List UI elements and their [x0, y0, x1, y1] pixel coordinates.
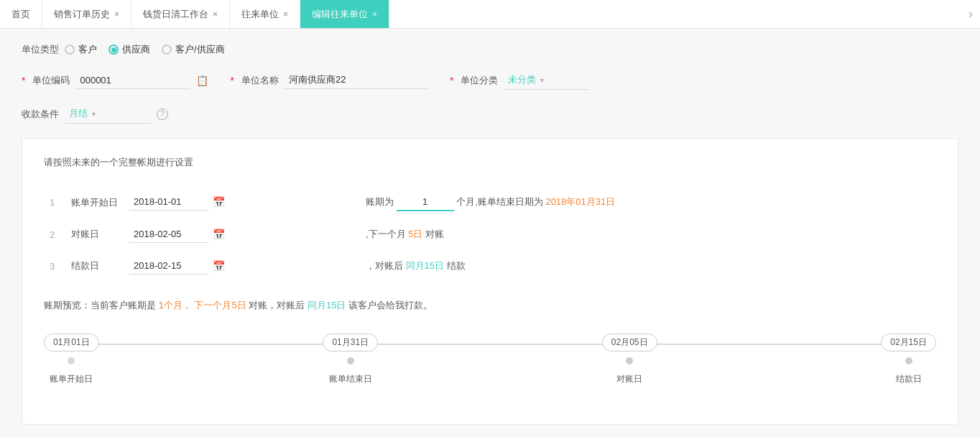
payment-terms-select[interactable]: 月结 ▾	[65, 104, 151, 124]
unit-name-label: 单位名称	[241, 74, 279, 87]
timeline-bubble-2: 02月05日	[602, 334, 657, 351]
preview-end: 该客户会给我打款。	[348, 300, 433, 310]
steps-table: 1 账单开始日 📅 账期为 个月,账单结束日期为 2018年01月31日	[44, 186, 936, 282]
tab-home[interactable]: 首页	[0, 0, 42, 28]
tabs-right-arrow[interactable]: ›	[961, 0, 980, 28]
step-1-calendar-icon[interactable]: 📅	[213, 196, 225, 208]
step-1-date-cell: 📅	[124, 186, 360, 218]
tab-sales-history-label: 销售订单历史	[54, 8, 110, 21]
payment-terms-help-icon[interactable]: ?	[157, 109, 168, 120]
step-3-calendar-icon[interactable]: 📅	[213, 260, 225, 272]
payment-terms-row: 收款条件 月结 ▾ ?	[22, 104, 958, 124]
step-3-desc: ，对账后 同月15日 结款	[360, 250, 936, 282]
tabs-bar: 首页 销售订单历史 × 钱货日清工作台 × 往来单位 × 编辑往来单位 × ›	[0, 0, 980, 29]
radio-both-circle	[162, 45, 172, 55]
unit-category-arrow-icon: ▾	[540, 76, 544, 84]
preview-part1: 1个月，	[159, 300, 192, 310]
step-2-num: 2	[44, 218, 65, 250]
payment-terms-arrow-icon: ▾	[92, 110, 96, 118]
step-1-period-end: 2018年01月31日	[545, 196, 615, 207]
tab-partner-units[interactable]: 往来单位 ×	[230, 0, 300, 28]
tab-home-label: 首页	[11, 8, 30, 21]
radio-both-label: 客户/供应商	[175, 43, 225, 56]
unit-type-field: 单位类型 客户 供应商 客户/供应商	[22, 43, 225, 56]
section-title: 请按照未来的一个完整帐期进行设置	[44, 156, 936, 169]
step-1-date-input[interactable]	[129, 193, 208, 211]
step-1-period-input[interactable]	[397, 193, 454, 211]
radio-supplier-label: 供应商	[122, 43, 150, 56]
tab-sales-history[interactable]: 销售订单历史 ×	[42, 0, 131, 28]
unit-name-field: * 单位名称	[230, 72, 427, 89]
unit-details-row: * 单位编码 📋 * 单位名称 * 单位分类 未分类 ▾	[22, 70, 958, 90]
unit-name-star: *	[230, 75, 234, 86]
tab-edit-partner[interactable]: 编辑往来单位 ×	[300, 0, 389, 28]
step-3-desc-prefix: ，对账后	[366, 260, 406, 271]
unit-type-label: 单位类型	[22, 43, 59, 56]
unit-code-input[interactable]	[75, 72, 190, 89]
radio-both[interactable]: 客户/供应商	[162, 43, 225, 56]
unit-name-input[interactable]	[285, 72, 428, 89]
step-3-num: 3	[44, 250, 65, 282]
step-1-num: 1	[44, 186, 65, 218]
radio-customer[interactable]: 客户	[65, 43, 97, 56]
unit-category-field: * 单位分类 未分类 ▾	[450, 70, 590, 90]
step-3-row: 3 结款日 📅 ，对账后 同月15日 结款	[44, 250, 936, 282]
timeline-label-1: 账单结束日	[329, 373, 372, 385]
tab-partner-units-close[interactable]: ×	[283, 10, 288, 19]
unit-code-star: *	[22, 75, 25, 86]
timeline-bubble-0: 01月01日	[44, 334, 99, 351]
preview-label: 账期预览：当前客户账期是	[44, 300, 156, 310]
step-3-desc-highlight: 同月15日	[406, 260, 444, 271]
preview-text: 账期预览：当前客户账期是 1个月， 下一个月5日 对账，对账后 同月15日 该客…	[44, 299, 936, 312]
step-2-row: 2 对账日 📅 ,下一个月 5日 对账	[44, 218, 936, 250]
timeline-items: 01月01日 账单开始日 01月31日 账单结束日 02月05日 对账日 02月…	[44, 334, 936, 385]
tab-cash-work-close[interactable]: ×	[213, 10, 218, 19]
timeline-label-0: 账单开始日	[50, 373, 93, 385]
radio-customer-circle	[65, 45, 75, 55]
step-1-mid-label: 账期为	[366, 196, 394, 207]
tab-edit-partner-label: 编辑往来单位	[312, 8, 368, 21]
content-area: 单位类型 客户 供应商 客户/供应商 * 单位编码	[0, 29, 980, 437]
unit-code-copy-icon[interactable]: 📋	[196, 75, 208, 86]
step-2-date-cell: 📅	[124, 218, 360, 250]
payment-terms-value: 月结	[69, 107, 88, 120]
unit-category-select[interactable]: 未分类 ▾	[504, 70, 590, 90]
step-2-date-input[interactable]	[129, 226, 208, 243]
step-3-label: 结款日	[65, 250, 124, 282]
step-2-desc: ,下一个月 5日 对账	[360, 218, 936, 250]
step-3-date-input[interactable]	[129, 257, 208, 275]
step-1-row: 1 账单开始日 📅 账期为 个月,账单结束日期为 2018年01月31日	[44, 186, 936, 218]
preview-part3: 同月15日	[308, 300, 346, 310]
timeline-point-2: 02月05日 对账日	[602, 334, 657, 385]
timeline-container: 01月01日 账单开始日 01月31日 账单结束日 02月05日 对账日 02月…	[44, 334, 936, 407]
radio-supplier[interactable]: 供应商	[108, 43, 150, 56]
step-2-desc-suffix: 对账	[425, 229, 444, 239]
timeline-point-0: 01月01日 账单开始日	[44, 334, 99, 385]
radio-customer-label: 客户	[78, 43, 97, 56]
timeline-point-3: 02月15日 结款日	[881, 334, 936, 385]
timeline-point-1: 01月31日 账单结束日	[323, 334, 378, 385]
tab-edit-partner-close[interactable]: ×	[372, 10, 377, 19]
step-3-desc-suffix: 结款	[447, 260, 466, 271]
timeline-dot-0	[68, 357, 75, 364]
tab-sales-history-close[interactable]: ×	[114, 10, 119, 19]
step-2-desc-prefix: ,下一个月	[366, 229, 406, 239]
radio-supplier-circle	[108, 45, 119, 55]
timeline-label-3: 结款日	[896, 373, 922, 385]
tab-partner-units-label: 往来单位	[241, 8, 279, 21]
unit-category-label: 单位分类	[461, 74, 498, 87]
unit-category-value: 未分类	[508, 73, 536, 86]
timeline-dot-2	[626, 357, 633, 364]
unit-type-row: 单位类型 客户 供应商 客户/供应商	[22, 43, 958, 56]
step-2-label: 对账日	[65, 218, 124, 250]
preview-part2: 下一个月5日	[194, 300, 246, 310]
step-2-calendar-icon[interactable]: 📅	[213, 229, 225, 240]
unit-type-radio-group: 客户 供应商 客户/供应商	[65, 43, 225, 56]
timeline-bubble-3: 02月15日	[881, 334, 936, 351]
payment-terms-field: 收款条件 月结 ▾ ?	[22, 104, 168, 124]
preview-mid: 对账，对账后	[249, 300, 305, 310]
timeline-label-2: 对账日	[616, 373, 642, 385]
tab-cash-work[interactable]: 钱货日清工作台 ×	[131, 0, 230, 28]
step-1-label: 账单开始日	[65, 186, 124, 218]
unit-code-field: * 单位编码 📋	[22, 72, 208, 89]
